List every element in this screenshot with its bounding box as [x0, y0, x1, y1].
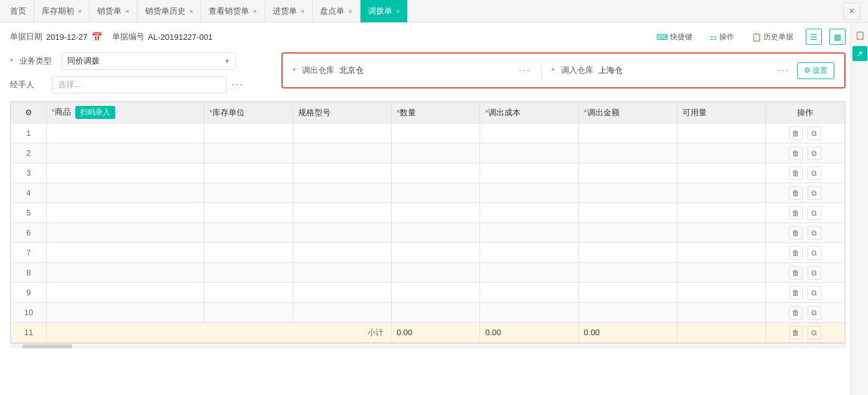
tab-stocktake[interactable]: 盘点单 ×: [313, 0, 360, 22]
sidebar-list-icon[interactable]: 📋: [852, 27, 867, 42]
unit-cell[interactable]: [204, 143, 293, 163]
unit-cell[interactable]: [204, 283, 293, 303]
spec-cell[interactable]: [293, 283, 391, 303]
product-cell[interactable]: [46, 283, 204, 303]
copy-row-icon[interactable]: ⧉: [808, 306, 821, 320]
unit-cell[interactable]: [204, 203, 293, 223]
table-gear-icon[interactable]: ⚙: [25, 108, 32, 117]
cost-cell[interactable]: [480, 163, 578, 183]
qty-cell[interactable]: [391, 203, 479, 223]
cost-cell[interactable]: [480, 143, 578, 163]
product-cell[interactable]: [46, 243, 204, 263]
cost-cell[interactable]: [480, 223, 578, 243]
tab-stocktake-close[interactable]: ×: [348, 7, 352, 15]
unit-cell[interactable]: [204, 163, 293, 183]
window-close-button[interactable]: ×: [843, 2, 861, 20]
product-cell[interactable]: [46, 123, 204, 143]
spec-cell[interactable]: [293, 203, 391, 223]
copy-row-icon[interactable]: ⧉: [808, 226, 821, 240]
copy-row-icon[interactable]: ⧉: [808, 166, 821, 180]
qty-cell[interactable]: [391, 183, 479, 203]
product-cell[interactable]: [46, 203, 204, 223]
unit-cell[interactable]: [204, 223, 293, 243]
layout-grid-button[interactable]: ▦: [829, 29, 846, 45]
tab-sales-history-close[interactable]: ×: [189, 7, 193, 15]
sidebar-export-icon[interactable]: ↗: [852, 46, 867, 61]
amount-cell[interactable]: [578, 283, 677, 303]
qty-cell[interactable]: [391, 303, 479, 323]
shortcuts-button[interactable]: ⌨ 快捷键: [651, 30, 697, 44]
copy-row-icon[interactable]: ⧉: [808, 146, 821, 160]
copy-row-icon[interactable]: ⧉: [808, 206, 821, 220]
delete-row-icon[interactable]: 🗑: [789, 186, 803, 200]
product-cell[interactable]: [46, 163, 204, 183]
cost-cell[interactable]: [480, 203, 578, 223]
product-cell[interactable]: [46, 303, 204, 323]
qty-cell[interactable]: [391, 283, 479, 303]
scroll-thumb[interactable]: [22, 345, 72, 348]
delete-row-icon[interactable]: 🗑: [789, 286, 803, 300]
copy-icon[interactable]: ⧉: [808, 326, 821, 340]
amount-cell[interactable]: [578, 183, 677, 203]
handler-select[interactable]: 选择...: [52, 76, 227, 93]
scan-barcode-button[interactable]: 扫码录入: [75, 106, 115, 119]
settings-button[interactable]: ⚙ 设置: [797, 62, 834, 79]
delete-row-icon[interactable]: 🗑: [789, 206, 803, 220]
delete-icon[interactable]: 🗑: [789, 326, 803, 340]
qty-cell[interactable]: [391, 263, 479, 283]
tab-sales-order-close[interactable]: ×: [125, 7, 129, 15]
spec-cell[interactable]: [293, 243, 391, 263]
cost-cell[interactable]: [480, 303, 578, 323]
history-button[interactable]: 📋 历史单据: [747, 30, 798, 44]
copy-row-icon[interactable]: ⧉: [808, 246, 821, 260]
amount-cell[interactable]: [578, 243, 677, 263]
horizontal-scrollbar[interactable]: [10, 343, 846, 348]
unit-cell[interactable]: [204, 263, 293, 283]
product-cell[interactable]: [46, 223, 204, 243]
cost-cell[interactable]: [480, 183, 578, 203]
qty-cell[interactable]: [391, 243, 479, 263]
delete-row-icon[interactable]: 🗑: [789, 246, 803, 260]
tab-home[interactable]: 首页: [2, 0, 34, 22]
delete-row-icon[interactable]: 🗑: [789, 146, 803, 160]
transfer-in-more-icon[interactable]: ···: [778, 65, 790, 76]
tab-view-sales-close[interactable]: ×: [253, 7, 257, 15]
spec-cell[interactable]: [293, 263, 391, 283]
spec-cell[interactable]: [293, 303, 391, 323]
cost-cell[interactable]: [480, 243, 578, 263]
qty-cell[interactable]: [391, 143, 479, 163]
copy-row-icon[interactable]: ⧉: [808, 286, 821, 300]
amount-cell[interactable]: [578, 303, 677, 323]
delete-row-icon[interactable]: 🗑: [789, 266, 803, 280]
delete-row-icon[interactable]: 🗑: [789, 126, 803, 140]
qty-cell[interactable]: [391, 223, 479, 243]
tab-sales-order[interactable]: 销货单 ×: [90, 0, 137, 22]
copy-row-icon[interactable]: ⧉: [808, 186, 821, 200]
cost-cell[interactable]: [480, 123, 578, 143]
product-cell[interactable]: [46, 183, 204, 203]
amount-cell[interactable]: [578, 263, 677, 283]
delete-row-icon[interactable]: 🗑: [789, 226, 803, 240]
tab-inventory-init[interactable]: 库存期初 ×: [34, 0, 90, 22]
tab-purchase-order-close[interactable]: ×: [301, 7, 304, 15]
amount-cell[interactable]: [578, 123, 677, 143]
delete-row-icon[interactable]: 🗑: [789, 306, 803, 320]
tab-inventory-init-close[interactable]: ×: [78, 7, 82, 15]
tab-sales-history[interactable]: 销货单历史 ×: [138, 0, 201, 22]
delete-row-icon[interactable]: 🗑: [789, 166, 803, 180]
calendar-icon[interactable]: 📅: [92, 32, 102, 42]
tab-transfer-order-close[interactable]: ×: [396, 7, 400, 15]
business-type-select[interactable]: 同价调拨 ▼: [62, 52, 236, 70]
copy-row-icon[interactable]: ⧉: [808, 126, 821, 140]
spec-cell[interactable]: [293, 123, 391, 143]
qty-cell[interactable]: [391, 123, 479, 143]
unit-cell[interactable]: [204, 123, 293, 143]
amount-cell[interactable]: [578, 163, 677, 183]
transfer-out-more-icon[interactable]: ···: [519, 65, 531, 76]
amount-cell[interactable]: [578, 143, 677, 163]
operations-button[interactable]: ⚏ 操作: [705, 30, 739, 44]
handler-more-icon[interactable]: ···: [232, 79, 243, 90]
unit-cell[interactable]: [204, 303, 293, 323]
amount-cell[interactable]: [578, 223, 677, 243]
product-cell[interactable]: [46, 263, 204, 283]
